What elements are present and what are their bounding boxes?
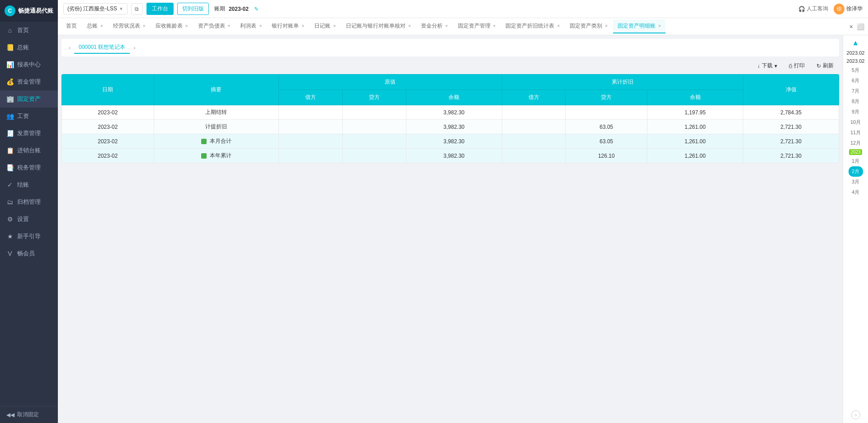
sidebar-item-home[interactable]: ⌂ 首页	[0, 22, 58, 39]
month-1[interactable]: 1月	[843, 156, 868, 166]
tab-label: 经营状况表	[113, 22, 140, 30]
month-12[interactable]: 12月	[843, 138, 868, 148]
cell-dep-debit	[502, 134, 566, 149]
period-label: 账期	[214, 5, 225, 13]
user-name: 徐泽华	[846, 5, 863, 13]
logo-text: 畅捷通易代账	[18, 7, 53, 15]
month-11[interactable]: 11月	[843, 127, 868, 138]
month-2-active[interactable]: 2月	[849, 166, 863, 177]
print-button[interactable]: ⎙ 打印	[785, 60, 808, 71]
sidebar-item-salary[interactable]: 👥 工资	[0, 108, 58, 125]
tab-fixed-depreciation[interactable]: 固定资产折旧统计表 ×	[501, 19, 564, 33]
tab-close-icon[interactable]: ×	[408, 24, 411, 28]
cell-dep-credit: 63.05	[566, 134, 647, 149]
sidebar-item-purchase[interactable]: 📋 进销台账	[0, 142, 58, 159]
tab-home[interactable]: 首页	[61, 19, 81, 33]
cell-orig-balance: 3,982.30	[406, 134, 502, 149]
tab-close-icon[interactable]: ×	[333, 24, 336, 28]
next-arrow-icon[interactable]: ›	[132, 44, 137, 52]
month-9[interactable]: 9月	[843, 107, 868, 117]
prev-arrow-icon[interactable]: ‹	[67, 44, 72, 52]
period-top-2: 2023.02	[847, 57, 865, 65]
tab-close-icon[interactable]: ×	[493, 24, 496, 28]
sidebar-item-close[interactable]: ✓ 结账	[0, 176, 58, 193]
sidebar-item-invoice[interactable]: 🧾 发票管理	[0, 125, 58, 142]
month-4[interactable]: 4月	[843, 187, 868, 197]
tab-close-icon[interactable]: ×	[302, 24, 304, 28]
service-label: 人工客询	[807, 5, 828, 13]
period-edit-icon[interactable]: ✎	[254, 6, 259, 12]
cell-summary: 计提折旧	[154, 120, 278, 134]
col-orig-debit: 借方	[279, 90, 343, 105]
refresh-button[interactable]: ↻ 刷新	[813, 60, 837, 71]
month-5[interactable]: 5月	[843, 65, 868, 75]
tax-icon: 📑	[6, 164, 14, 171]
sidebar-item-tax[interactable]: 📑 税务管理	[0, 159, 58, 176]
tab-close-icon[interactable]: ×	[259, 24, 262, 28]
tab-operations[interactable]: 经营状况表 ×	[108, 19, 150, 33]
sidebar-item-reports[interactable]: 📊 报表中心	[0, 56, 58, 73]
scroll-up-button[interactable]: ▲	[850, 37, 861, 49]
tab-close-icon[interactable]: ×	[605, 24, 608, 28]
close-all-tabs-button[interactable]: ×	[849, 23, 853, 30]
month-8[interactable]: 8月	[843, 96, 868, 107]
period-top-1: 2023.02	[847, 49, 865, 57]
month-3[interactable]: 3月	[843, 177, 868, 187]
service-button[interactable]: 🎧 人工客询	[798, 5, 828, 13]
tab-journal-reconcile[interactable]: 日记账与银行对账单核对 ×	[341, 19, 415, 33]
cell-dep-debit	[502, 105, 566, 120]
expand-tabs-button[interactable]: ⬜	[857, 23, 864, 30]
tab-close-icon[interactable]: ×	[658, 24, 661, 28]
tab-label: 固定资产管理	[458, 22, 491, 30]
cell-orig-debit	[279, 120, 343, 134]
tab-profit[interactable]: 利润表 ×	[236, 19, 266, 33]
cell-dep-credit: 63.05	[566, 120, 647, 134]
tab-journal[interactable]: 日记账 ×	[310, 19, 340, 33]
tab-close-icon[interactable]: ×	[100, 24, 103, 28]
tab-fixed-detail[interactable]: 固定资产明细账 ×	[613, 19, 665, 33]
sub-header: ‹ 000001 联想笔记本 ›	[61, 39, 839, 56]
download-button[interactable]: ↓ 下载 ▾	[754, 60, 781, 71]
sidebar-item-ledger[interactable]: 📒 总账	[0, 39, 58, 56]
month-7[interactable]: 7月	[843, 86, 868, 96]
tab-fixed-category[interactable]: 固定资产类别 ×	[565, 19, 612, 33]
sidebar-item-guide[interactable]: ★ 新手引导	[0, 228, 58, 245]
cell-date: 2023-02	[62, 134, 154, 149]
tab-receivable[interactable]: 应收账龄表 ×	[151, 19, 193, 33]
copy-button[interactable]: ⧉	[131, 3, 143, 15]
tab-ledger[interactable]: 总账 ×	[82, 19, 108, 33]
sidebar-item-funds[interactable]: 💰 资金管理	[0, 73, 58, 90]
tab-close-icon[interactable]: ×	[185, 24, 188, 28]
workspace-button[interactable]: 工作台	[146, 3, 174, 15]
tab-fixed-mgmt[interactable]: 固定资产管理 ×	[453, 19, 500, 33]
sub-tab-asset[interactable]: 000001 联想笔记本	[74, 42, 130, 54]
month-6[interactable]: 6月	[843, 75, 868, 86]
tag-green-icon	[201, 153, 207, 159]
sidebar-item-settings[interactable]: ⚙ 设置	[0, 211, 58, 228]
company-selector[interactable]: (劣份) 江西服垒-LSS ▼	[63, 3, 127, 14]
user-menu[interactable]: 徐 徐泽华	[834, 4, 863, 14]
expand-circle-button[interactable]: ○	[851, 410, 860, 419]
month-10[interactable]: 10月	[843, 117, 868, 127]
cell-date: 2023-02	[62, 149, 154, 163]
sidebar-item-vip[interactable]: V 畅会员	[0, 245, 58, 262]
home-icon: ⌂	[6, 27, 14, 34]
sidebar-item-label: 进销台账	[17, 146, 41, 155]
sidebar-item-fixed[interactable]: 🏢 固定资产	[0, 90, 58, 108]
tab-close-icon[interactable]: ×	[445, 24, 448, 28]
avatar: 徐	[834, 4, 844, 14]
sidebar-item-archive[interactable]: 🗂 归档管理	[0, 193, 58, 211]
unpin-button[interactable]: ◀◀ 取消固定	[0, 406, 58, 423]
tab-close-icon[interactable]: ×	[557, 24, 560, 28]
switch-version-button[interactable]: 切到旧版	[177, 3, 209, 15]
dropdown-arrow-icon: ▼	[119, 6, 123, 11]
tab-label: 应收账龄表	[156, 22, 183, 30]
cell-orig-debit	[279, 149, 343, 163]
content-main: ‹ 000001 联想笔记本 › ↓ 下载 ▾ ⎙ 打印 ↻	[58, 35, 843, 423]
tab-balance[interactable]: 资产负债表 ×	[193, 19, 235, 33]
tab-bank-statement[interactable]: 银行对账单 ×	[267, 19, 309, 33]
tab-fund-analysis[interactable]: 资金分析 ×	[416, 19, 453, 33]
tab-close-icon[interactable]: ×	[228, 24, 231, 28]
sidebar-item-label: 工资	[17, 112, 29, 120]
tab-close-icon[interactable]: ×	[143, 24, 146, 28]
